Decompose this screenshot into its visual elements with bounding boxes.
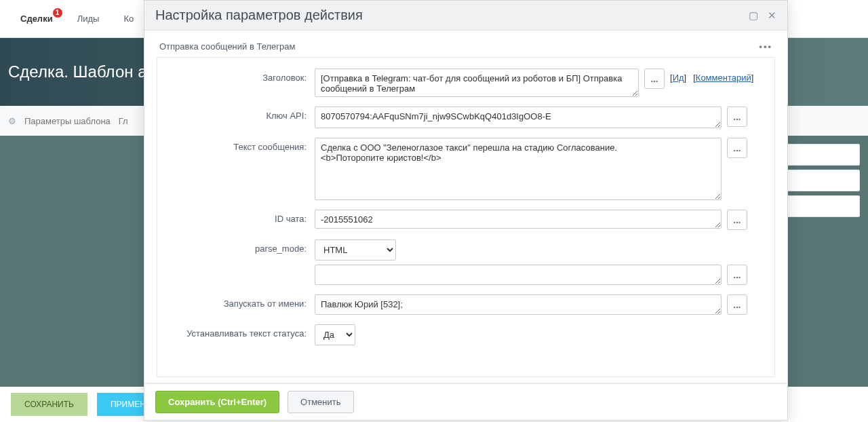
select-set-status[interactable]: Да: [315, 324, 355, 345]
bg-save-button[interactable]: СОХРАНИТЬ: [11, 393, 87, 416]
picker-button-api[interactable]: ...: [727, 107, 747, 127]
sub-nav-item-globals[interactable]: Гл: [119, 116, 128, 126]
picker-button-title[interactable]: ...: [644, 69, 665, 89]
tab-leads-label: Лиды: [77, 14, 100, 24]
label-chat-id: ID чата:: [165, 210, 315, 224]
panel-body: Заголовок: ... [Ид] [Комментарий] Ключ A…: [157, 57, 775, 377]
picker-button-chatid[interactable]: ...: [727, 210, 747, 230]
close-icon[interactable]: ✕: [768, 9, 776, 22]
tab-contacts[interactable]: Ко: [111, 0, 146, 38]
input-title[interactable]: [315, 69, 639, 97]
label-set-status: Устанавливать текст статуса:: [165, 324, 315, 339]
input-run-as[interactable]: Павлюк Юрий [532];: [315, 294, 722, 315]
tab-deals[interactable]: Сделки 1: [8, 0, 65, 38]
picker-button-message[interactable]: ...: [727, 138, 747, 158]
tab-deals-badge: 1: [53, 8, 62, 18]
link-id[interactable]: Ид: [673, 73, 684, 83]
picker-button-parse[interactable]: ...: [727, 265, 747, 285]
tab-leads[interactable]: Лиды: [65, 0, 112, 38]
panel-menu-icon[interactable]: •••: [759, 41, 772, 52]
label-run-as: Запускать от имени:: [165, 294, 315, 309]
tab-contacts-label: Ко: [123, 14, 134, 24]
sub-nav-item-params[interactable]: Параметры шаблона: [24, 116, 111, 126]
label-api-key: Ключ API:: [165, 107, 315, 121]
params-icon: ⚙: [8, 116, 16, 126]
action-settings-modal: Настройка параметров действия ▢ ✕ Отправ…: [144, 0, 788, 421]
cancel-button[interactable]: Отменить: [288, 391, 353, 413]
input-message[interactable]: [315, 138, 722, 200]
page-title: Сделка. Шаблон ав: [8, 62, 155, 81]
input-api-key[interactable]: [315, 107, 722, 128]
input-parse-mode-extra[interactable]: [315, 265, 722, 285]
modal-title: Настройка параметров действия: [155, 7, 363, 23]
maximize-icon[interactable]: ▢: [749, 9, 758, 22]
save-button[interactable]: Сохранить (Ctrl+Enter): [155, 391, 279, 413]
modal-header: Настройка параметров действия ▢ ✕: [144, 1, 787, 31]
input-chat-id[interactable]: [315, 210, 722, 229]
label-message: Текст сообщения:: [165, 138, 315, 152]
link-comment[interactable]: Комментарий: [696, 73, 751, 83]
tab-deals-label: Сделки: [20, 14, 53, 24]
select-parse-mode[interactable]: HTML: [315, 239, 396, 261]
label-parse-mode: parse_mode:: [165, 239, 315, 254]
modal-footer: Сохранить (Ctrl+Enter) Отменить: [144, 383, 787, 420]
label-title: Заголовок:: [165, 69, 315, 83]
picker-button-runas[interactable]: ...: [727, 294, 747, 315]
panel-caption: Отправка сообщений в Телеграм: [159, 41, 295, 52]
